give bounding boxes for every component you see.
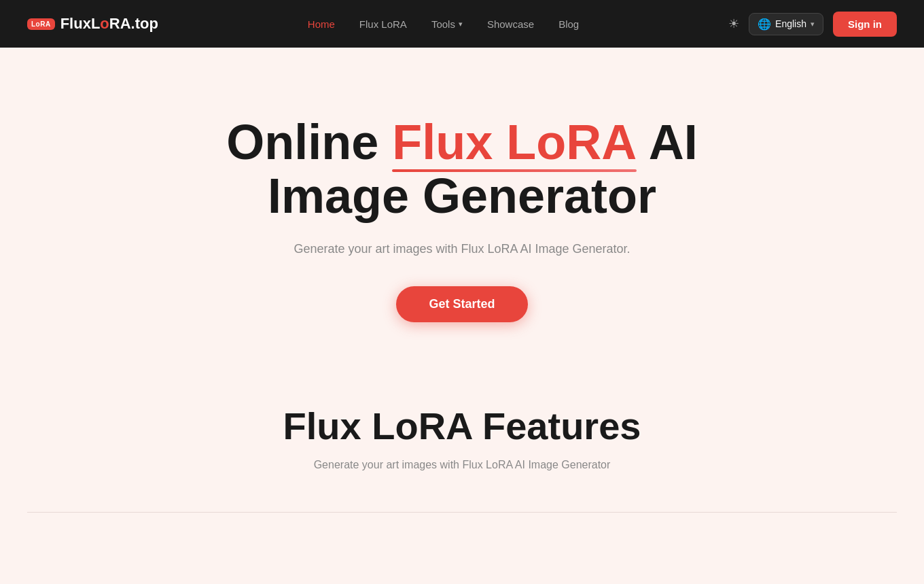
nav-link-showcase[interactable]: Showcase [487, 18, 534, 30]
theme-toggle-button[interactable]: ☀ [728, 16, 739, 31]
logo-brand-ra: RA [109, 15, 131, 32]
hero-title: Online Flux LoRA AI Image Generator [190, 116, 734, 223]
logo-badge: LoRA [27, 18, 55, 30]
language-label: English [775, 18, 806, 29]
tools-label: Tools [431, 18, 455, 30]
nav-link-blog[interactable]: Blog [558, 18, 579, 30]
section-divider [27, 512, 897, 513]
features-subtitle: Generate your art images with Flux LoRA … [314, 459, 611, 471]
chevron-down-icon: ▾ [459, 20, 463, 29]
language-chevron-icon: ▾ [811, 20, 815, 29]
nav-links: Home Flux LoRA Tools ▾ Showcase Blog [308, 18, 579, 30]
signin-button[interactable]: Sign in [833, 12, 897, 37]
logo-brand-lora: o [100, 15, 109, 32]
logo-dot-top: .top [131, 15, 158, 32]
get-started-button[interactable]: Get Started [396, 286, 527, 322]
sun-icon: ☀ [728, 16, 739, 31]
logo-brand-flux: FluxL [60, 15, 101, 32]
hero-subtitle: Generate your art images with Flux LoRA … [294, 239, 630, 259]
navbar-right: ☀ 🌐 English ▾ Sign in [728, 12, 897, 37]
logo-area: LoRA FluxLoRA.top [27, 15, 158, 33]
nav-link-tools[interactable]: Tools ▾ [431, 18, 463, 30]
globe-icon: 🌐 [758, 18, 771, 31]
language-selector[interactable]: 🌐 English ▾ [749, 13, 823, 35]
features-section: Flux LoRA Features Generate your art ima… [0, 363, 924, 540]
nav-link-home[interactable]: Home [308, 18, 335, 30]
hero-section: Online Flux LoRA AI Image Generator Gene… [0, 48, 924, 363]
navbar: LoRA FluxLoRA.top Home Flux LoRA Tools ▾… [0, 0, 924, 48]
nav-link-flux-lora[interactable]: Flux LoRA [359, 18, 407, 30]
hero-title-part1: Online [226, 115, 392, 169]
hero-title-highlight: Flux LoRA [392, 116, 637, 169]
logo-text: FluxLoRA.top [60, 15, 158, 33]
features-title: Flux LoRA Features [283, 404, 641, 448]
